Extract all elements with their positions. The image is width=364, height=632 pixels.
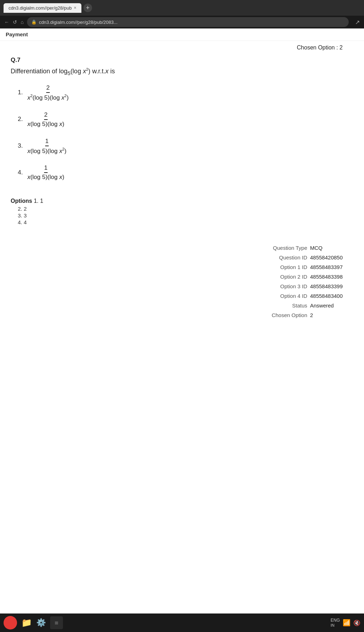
info-value-opt2id: 48558483398	[310, 272, 343, 281]
option-2-fraction: 2 x(log 5)(log x)	[27, 111, 64, 128]
option-3: 3. 1 x(log 5)(log x2)	[18, 138, 353, 155]
dark-app-icon[interactable]: ■	[50, 616, 63, 629]
info-label-opt1id: Option 1 ID	[257, 262, 307, 272]
option-3-number: 3.	[18, 142, 23, 149]
info-value-opt3id: 48558483399	[310, 281, 343, 291]
option-2-numerator: 2	[44, 111, 47, 120]
info-value-status: Answered	[310, 301, 334, 310]
option-3-numerator: 1	[45, 138, 48, 146]
info-value-chosen: 2	[310, 310, 313, 320]
option-1-denominator: x2(log 5)(log x2)	[27, 93, 69, 101]
gear-icon[interactable]: ⚙️	[36, 618, 46, 627]
reload-button[interactable]: ↺	[13, 19, 17, 25]
option-4-fraction: 1 x(log 5)(log x)	[27, 164, 64, 181]
sys-tray-items: ENGIN 📶 🔇	[331, 618, 360, 628]
option-1-number: 1.	[18, 89, 23, 96]
option-1: 1. 2 x2(log 5)(log x2)	[18, 84, 353, 101]
share-button[interactable]: ↗	[355, 19, 360, 26]
info-label-opt3id: Option 3 ID	[257, 281, 307, 291]
options-summary: Options 1. 1 2. 2 3. 3 4. 4	[0, 198, 364, 225]
question-number: Q.7	[11, 57, 353, 64]
info-label-opt4id: Option 4 ID	[257, 291, 307, 301]
question-block: Q.7 Differentiation of log5(log x2) w.r.…	[0, 53, 364, 198]
info-row-opt2id: Option 2 ID 48558483398	[257, 272, 343, 281]
option-4-number: 4.	[18, 169, 23, 176]
chosen-option-bar: Chosen Option : 2	[0, 41, 364, 53]
options-summary-title: Options 1. 1	[11, 198, 353, 204]
option-2-denominator: x(log 5)(log x)	[27, 120, 64, 128]
option-4-denominator: x(log 5)(log x)	[27, 173, 64, 181]
language-label: ENGIN	[331, 618, 340, 628]
option-4: 4. 1 x(log 5)(log x)	[18, 164, 353, 181]
new-tab-button[interactable]: +	[84, 4, 92, 12]
active-tab[interactable]: cdn3.digialm.com//per/g28/pub ×	[4, 3, 81, 13]
page-content: Payment Chosen Option : 2 Q.7 Differenti…	[0, 28, 364, 356]
options-list: 1. 2 x2(log 5)(log x2) 2. 2 x(log 5)(log…	[18, 84, 353, 181]
address-bar: ← ↺ ⌂ 🔒 cdn3.digialm.com//per/g28/pub/20…	[0, 16, 364, 28]
option-4-numerator: 1	[44, 164, 47, 173]
info-label-status: Status	[257, 301, 307, 310]
lock-icon: 🔒	[31, 20, 37, 25]
info-value-opt1id: 48558483397	[310, 262, 343, 272]
folder-icon[interactable]: 📁	[21, 618, 32, 628]
info-label-type: Question Type	[257, 243, 307, 253]
url-text: cdn3.digialm.com//per/g28/pub/2083...	[39, 20, 117, 25]
info-row-chosen: Chosen Option 2	[257, 310, 343, 320]
options-summary-item-2: 2. 2	[18, 206, 353, 212]
system-tray: ENGIN 📶 🔇	[331, 618, 360, 628]
options-summary-item-4: 4. 4	[18, 219, 353, 225]
payment-label: Payment	[6, 31, 28, 37]
options-summary-item-3: 3. 3	[18, 212, 353, 218]
info-row-opt3id: Option 3 ID 48558483399	[257, 281, 343, 291]
tab-close-button[interactable]: ×	[74, 5, 76, 10]
volume-icon: 🔇	[353, 620, 360, 626]
option-3-denominator: x(log 5)(log x2)	[27, 146, 66, 155]
info-row-type: Question Type MCQ	[257, 243, 343, 253]
back-button[interactable]: ←	[4, 19, 9, 25]
payment-bar: Payment	[0, 28, 364, 41]
tab-title: cdn3.digialm.com//per/g28/pub	[9, 5, 72, 11]
info-label-qid: Question ID	[257, 253, 307, 262]
info-value-type: MCQ	[310, 243, 322, 253]
browser-chrome: cdn3.digialm.com//per/g28/pub × +	[0, 0, 364, 16]
info-table-container: Question Type MCQ Question ID 4855842085…	[0, 236, 364, 327]
info-row-opt4id: Option 4 ID 48558483400	[257, 291, 343, 301]
info-value-opt4id: 48558483400	[310, 291, 343, 301]
option-3-fraction: 1 x(log 5)(log x2)	[27, 138, 66, 155]
info-label-opt2id: Option 2 ID	[257, 272, 307, 281]
tab-area: cdn3.digialm.com//per/g28/pub × +	[4, 3, 360, 13]
info-table: Question Type MCQ Question ID 4855842085…	[257, 243, 343, 320]
chosen-option-header: Chosen Option : 2	[297, 44, 343, 51]
option-2: 2. 2 x(log 5)(log x)	[18, 111, 353, 128]
info-row-status: Status Answered	[257, 301, 343, 310]
option-1-numerator: 2	[46, 84, 49, 93]
wifi-icon: 📶	[343, 619, 350, 627]
info-label-chosen: Chosen Option	[257, 310, 307, 320]
url-box[interactable]: 🔒 cdn3.digialm.com//per/g28/pub/2083...	[27, 17, 349, 27]
taskbar: 📁 ⚙️ ■ ENGIN 📶 🔇	[0, 613, 364, 632]
info-row-opt1id: Option 1 ID 48558483397	[257, 262, 343, 272]
taskbar-circle-icon[interactable]	[4, 616, 17, 630]
option-2-number: 2.	[18, 116, 23, 122]
info-value-qid: 48558420850	[310, 253, 343, 262]
question-text: Differentiation of log5(log x2) w.r.t.x …	[11, 67, 353, 77]
option-1-fraction: 2 x2(log 5)(log x2)	[27, 84, 69, 101]
info-row-qid: Question ID 48558420850	[257, 253, 343, 262]
home-button[interactable]: ⌂	[21, 19, 23, 25]
